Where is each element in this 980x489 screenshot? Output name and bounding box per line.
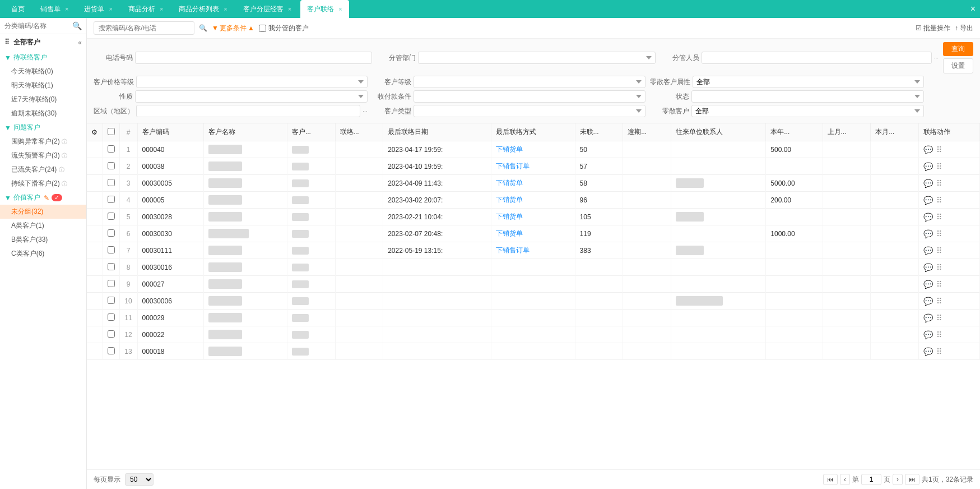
td-checkbox[interactable] (103, 175, 119, 192)
method-link[interactable]: 下销货单 (496, 229, 523, 237)
grid-action-icon[interactable]: ⠿ (936, 330, 942, 339)
td-checkbox[interactable] (103, 310, 119, 326)
more-conditions-btn[interactable]: ▼ 更多条件 ▲ (212, 24, 254, 33)
grid-action-icon[interactable]: ⠿ (936, 162, 942, 171)
sidebar-item-ungrouped[interactable]: 未分组(32) (0, 205, 86, 219)
grid-action-icon[interactable]: ⠿ (936, 347, 942, 356)
last-page-btn[interactable]: ⏭ (905, 474, 919, 485)
query-button[interactable]: 查询 (943, 42, 973, 56)
grid-action-icon[interactable]: ⠿ (936, 297, 942, 306)
region-more-icon[interactable]: ··· (363, 108, 367, 114)
row-checkbox[interactable] (108, 145, 115, 153)
grid-action-icon[interactable]: ⠿ (936, 213, 942, 222)
td-checkbox[interactable] (103, 192, 119, 209)
message-icon[interactable]: 💬 (923, 145, 933, 154)
sidebar-item-tomorrow[interactable]: 明天待联络(1) (0, 79, 86, 93)
close-icon[interactable]: × (288, 6, 291, 12)
collapse-btn[interactable]: « (78, 39, 82, 47)
row-checkbox[interactable] (108, 196, 115, 203)
close-all-btn[interactable]: × (970, 4, 976, 14)
payment-select[interactable] (414, 90, 646, 103)
td-checkbox[interactable] (103, 259, 119, 276)
method-link[interactable]: 下销货单 (496, 213, 523, 220)
person-more-icon[interactable]: ··· (934, 55, 939, 61)
grid-action-icon[interactable]: ⠿ (936, 229, 942, 238)
close-icon[interactable]: × (338, 6, 342, 12)
sidebar-item-overdue[interactable]: 逾期未联络(30) (0, 107, 86, 121)
method-link[interactable]: 下销货单 (496, 145, 523, 153)
row-checkbox[interactable] (108, 297, 115, 304)
td-checkbox[interactable] (103, 242, 119, 259)
reset-button[interactable]: 设置 (943, 58, 973, 73)
th-settings[interactable]: ⚙ (87, 123, 103, 141)
row-checkbox[interactable] (108, 347, 115, 354)
phone-input[interactable] (135, 52, 372, 64)
export-btn[interactable]: ↑ 导出 (955, 24, 973, 33)
dept-select[interactable] (418, 52, 655, 64)
nav-tab-purchase[interactable]: 进货单 × (77, 0, 119, 18)
sidebar-item-b-class[interactable]: B类客户(33) (0, 233, 86, 247)
row-checkbox[interactable] (108, 179, 115, 186)
message-icon[interactable]: 💬 (923, 330, 933, 339)
td-checkbox[interactable] (103, 158, 119, 175)
sidebar-item-declining[interactable]: 持续下滑客户(2) ⓘ (0, 177, 86, 191)
row-checkbox[interactable] (108, 313, 115, 321)
row-checkbox[interactable] (108, 229, 115, 237)
search-btn[interactable]: 🔍 (199, 24, 207, 32)
method-link[interactable]: 下销售订单 (496, 246, 530, 254)
nature-select[interactable] (135, 90, 368, 103)
grid-action-icon[interactable]: ⠿ (936, 263, 942, 272)
row-checkbox[interactable] (108, 280, 115, 287)
message-icon[interactable]: 💬 (923, 263, 933, 272)
method-link[interactable]: 下销售订单 (496, 162, 530, 170)
prev-page-btn[interactable]: ‹ (840, 474, 850, 485)
message-icon[interactable]: 💬 (923, 347, 933, 356)
price-level-select[interactable] (136, 76, 368, 88)
my-customers-check[interactable] (259, 25, 266, 32)
method-link[interactable]: 下销货单 (496, 179, 523, 187)
batch-ops-btn[interactable]: ☑ 批量操作 (916, 24, 950, 33)
status-select[interactable] (691, 90, 924, 103)
sidebar-all-customers-header[interactable]: ⠿ 全部客户 « (0, 34, 86, 50)
sidebar-section-problem[interactable]: ▼ 问题客户 (0, 121, 86, 135)
sidebar-item-abnormal[interactable]: 囤购异常客户(2) ⓘ (0, 135, 86, 149)
sidebar-item-today[interactable]: 今天待联络(0) (0, 64, 86, 79)
edit-icon[interactable]: ✎ (44, 194, 49, 202)
grid-action-icon[interactable]: ⠿ (936, 145, 942, 154)
message-icon[interactable]: 💬 (923, 246, 933, 255)
settings-icon[interactable]: ⚙ (91, 128, 97, 136)
td-checkbox[interactable] (103, 326, 119, 343)
message-icon[interactable]: 💬 (923, 313, 933, 322)
region-input[interactable] (136, 105, 360, 117)
td-checkbox[interactable] (103, 293, 119, 310)
per-page-select[interactable]: 20 50 100 (125, 473, 154, 486)
search-icon[interactable]: 🔍 (72, 21, 82, 30)
td-checkbox[interactable] (103, 276, 119, 293)
sidebar-search-input[interactable] (4, 22, 70, 30)
close-icon[interactable]: × (65, 6, 68, 12)
my-customers-checkbox[interactable]: 我分管的客户 (259, 24, 309, 33)
row-checkbox[interactable] (108, 330, 115, 338)
message-icon[interactable]: 💬 (923, 213, 933, 222)
nav-tab-analysis[interactable]: 商品分析 × (122, 0, 170, 18)
message-icon[interactable]: 💬 (923, 162, 933, 171)
td-checkbox[interactable] (103, 209, 119, 225)
nav-tab-home[interactable]: 首页 (4, 0, 31, 18)
customer-type-select[interactable] (414, 105, 646, 117)
grid-action-icon[interactable]: ⠿ (936, 313, 942, 322)
retail-customer-select[interactable]: 全部 (691, 105, 924, 117)
nav-tab-customer-segment[interactable]: 客户分层经客 × (236, 0, 298, 18)
select-all-checkbox[interactable] (108, 128, 115, 135)
sidebar-section-waiting[interactable]: ▼ 待联络客户 (0, 50, 86, 64)
grid-action-icon[interactable]: ⠿ (936, 179, 942, 188)
message-icon[interactable]: 💬 (923, 196, 933, 205)
search-input[interactable] (94, 21, 194, 35)
td-checkbox[interactable] (103, 141, 119, 158)
sidebar-item-a-class[interactable]: A类客户(1) (0, 219, 86, 233)
message-icon[interactable]: 💬 (923, 179, 933, 188)
sidebar-item-lost[interactable]: 已流失客户(24) ⓘ (0, 163, 86, 177)
row-checkbox[interactable] (108, 162, 115, 169)
customer-level-select[interactable] (414, 76, 646, 88)
grid-action-icon[interactable]: ⠿ (936, 280, 942, 289)
retail-attr-select[interactable]: 全部 (693, 76, 924, 88)
